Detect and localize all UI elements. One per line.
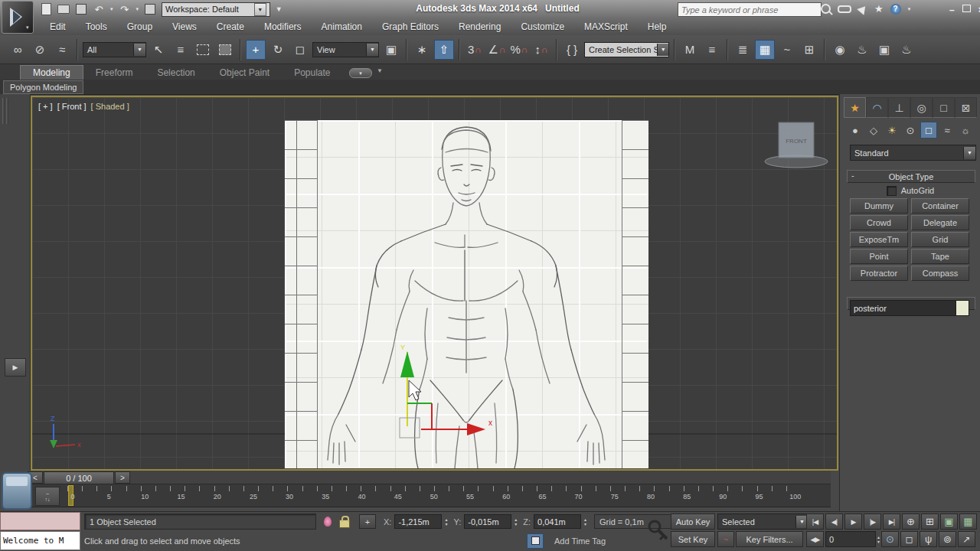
- object-type-button[interactable]: Compass: [911, 266, 969, 281]
- menu-item[interactable]: Group: [117, 21, 162, 32]
- unlink-selection-icon[interactable]: ⊘: [30, 40, 50, 60]
- edit-named-selection-sets-icon[interactable]: { }: [562, 40, 582, 60]
- polygon-modeling-panel-tab[interactable]: Polygon Modeling: [3, 80, 83, 94]
- toolbar-grip[interactable]: [6, 98, 8, 124]
- selection-sets-caret-icon[interactable]: ▼: [657, 44, 668, 56]
- window-crossing-toggle-icon[interactable]: [215, 40, 235, 60]
- helper-category-caret-icon[interactable]: ▼: [963, 147, 975, 159]
- play-animation-icon[interactable]: ▶: [844, 514, 862, 530]
- select-by-name-icon[interactable]: ≡: [171, 40, 191, 60]
- ribbon-tab[interactable]: Modeling: [20, 65, 83, 80]
- menu-item[interactable]: Edit: [40, 21, 76, 32]
- snaps-toggle-3d-icon[interactable]: 3∩: [465, 40, 485, 60]
- object-type-button[interactable]: Crowd: [850, 215, 908, 230]
- new-scene-icon[interactable]: [40, 3, 52, 15]
- align-icon[interactable]: ≡: [702, 40, 722, 60]
- mini-curve-editor-button[interactable]: ~ ↑↓: [35, 487, 60, 506]
- category-cameras-icon[interactable]: ⊙: [902, 122, 919, 139]
- menu-item[interactable]: Tools: [76, 21, 117, 32]
- default-in-out-tangent-icon[interactable]: ~: [717, 531, 734, 547]
- tab-motion-icon[interactable]: ◎: [910, 97, 933, 118]
- viewport-menu-shading[interactable]: [ Shaded ]: [91, 102, 129, 111]
- menu-item[interactable]: Modifiers: [254, 21, 312, 32]
- angle-snap-toggle-icon[interactable]: ∠∩: [487, 40, 507, 60]
- save-file-icon[interactable]: [75, 3, 87, 15]
- go-to-start-icon[interactable]: |◀: [806, 514, 824, 530]
- help-icon[interactable]: ?: [890, 4, 901, 15]
- orbit-icon[interactable]: ⊚: [939, 531, 956, 547]
- zoom-all-icon[interactable]: ⊞: [921, 514, 939, 530]
- menu-item[interactable]: Rendering: [449, 21, 511, 32]
- ribbon-tab[interactable]: Freeform: [83, 66, 145, 80]
- tab-create-icon[interactable]: ★: [844, 97, 866, 118]
- zoom-icon[interactable]: ⊕: [902, 514, 920, 530]
- undo-dropdown-icon[interactable]: ▾: [110, 6, 113, 12]
- restore-button[interactable]: [962, 5, 971, 12]
- reference-image-plane[interactable]: [285, 120, 648, 468]
- current-frame-field[interactable]: [825, 531, 876, 547]
- zoom-extents-all-icon[interactable]: ▦: [959, 514, 977, 530]
- keyboard-shortcut-override-icon[interactable]: ⇧: [434, 40, 454, 60]
- favorites-star-icon[interactable]: ★: [874, 3, 884, 15]
- communication-center-icon[interactable]: [857, 3, 869, 15]
- go-to-end-icon[interactable]: ▶|: [883, 514, 900, 530]
- layer-manager-icon[interactable]: ≣: [733, 40, 753, 60]
- select-and-link-icon[interactable]: ∞: [8, 40, 28, 60]
- select-and-manipulate-icon[interactable]: ∗: [412, 40, 432, 60]
- rectangular-selection-region-icon[interactable]: [193, 40, 213, 60]
- menu-item[interactable]: Views: [162, 21, 207, 32]
- mirror-icon[interactable]: M: [680, 40, 700, 60]
- selection-lock-icon[interactable]: [339, 520, 350, 528]
- menu-item[interactable]: Create: [207, 21, 254, 32]
- minimize-button[interactable]: –: [949, 5, 955, 15]
- help-dropdown-icon[interactable]: ▾: [908, 6, 911, 12]
- time-configuration-icon[interactable]: ⊙: [881, 531, 899, 547]
- tab-display-icon[interactable]: □: [933, 97, 955, 118]
- use-pivot-point-center-icon[interactable]: ▣: [381, 40, 401, 60]
- time-slider-track[interactable]: [31, 471, 831, 484]
- rendered-frame-window-icon[interactable]: ▣: [874, 40, 894, 60]
- render-production-icon[interactable]: ♨: [897, 40, 916, 60]
- y-coordinate-field[interactable]: -0,015m: [464, 514, 511, 529]
- object-type-button[interactable]: Dummy: [850, 198, 908, 214]
- set-key-button[interactable]: Set Key: [671, 531, 715, 547]
- select-and-move-icon[interactable]: +: [246, 40, 266, 60]
- tab-hierarchy-icon[interactable]: ⊥: [888, 97, 910, 118]
- pan-view-icon[interactable]: ψ: [920, 531, 937, 547]
- object-type-button[interactable]: Grid: [911, 232, 969, 247]
- select-and-scale-icon[interactable]: ◻: [290, 40, 310, 60]
- percent-snap-toggle-icon[interactable]: %∩: [509, 40, 529, 60]
- spinner-snap-toggle-icon[interactable]: ↕∩: [531, 40, 551, 60]
- add-time-tag[interactable]: Add Time Tag: [554, 536, 606, 546]
- object-name-field[interactable]: [850, 300, 959, 316]
- object-type-button[interactable]: Protractor: [850, 266, 908, 281]
- category-systems-icon[interactable]: ☼: [957, 122, 974, 139]
- coordinate-system-caret-icon[interactable]: ▼: [366, 44, 378, 56]
- zoom-extents-icon[interactable]: ▣: [940, 514, 958, 530]
- infocenter-search-input[interactable]: [678, 2, 822, 17]
- tab-utilities-icon[interactable]: ⊠: [955, 97, 977, 118]
- redo-icon[interactable]: ↷: [119, 3, 131, 15]
- viewport-menu-general[interactable]: [ + ]: [38, 102, 53, 111]
- x-spinner[interactable]: ▴▾: [445, 517, 447, 527]
- menu-item[interactable]: Customize: [511, 21, 574, 32]
- material-editor-icon[interactable]: ◉: [830, 40, 850, 60]
- z-coordinate-field[interactable]: 0,041m: [534, 514, 581, 529]
- autogrid-checkbox[interactable]: [887, 186, 897, 196]
- toolbar-grip[interactable]: [2, 98, 5, 124]
- project-folder-icon[interactable]: [144, 3, 156, 15]
- category-geometry-icon[interactable]: ●: [847, 122, 864, 139]
- selection-filter-caret-icon[interactable]: ▼: [133, 44, 145, 56]
- object-type-button[interactable]: ExposeTm: [850, 232, 908, 247]
- y-spinner[interactable]: ▴▾: [514, 517, 517, 527]
- viewport-menu-pov[interactable]: [ Front ]: [57, 102, 87, 111]
- next-frame-slider-button[interactable]: >: [115, 471, 130, 484]
- named-selection-sets-dropdown[interactable]: Create Selection Se ▼: [584, 42, 669, 57]
- helper-category-dropdown[interactable]: Standard ▼: [850, 145, 976, 161]
- ribbon-tab[interactable]: Object Paint: [207, 66, 282, 80]
- key-filters-button[interactable]: Key Filters...: [736, 531, 803, 547]
- graphite-ribbon-toggle-icon[interactable]: ▦: [755, 40, 775, 60]
- maxscript-mini-listener-macro[interactable]: [0, 512, 80, 530]
- frame-spinner[interactable]: ▴▾: [877, 535, 880, 544]
- auto-key-button[interactable]: Auto Key: [671, 514, 715, 530]
